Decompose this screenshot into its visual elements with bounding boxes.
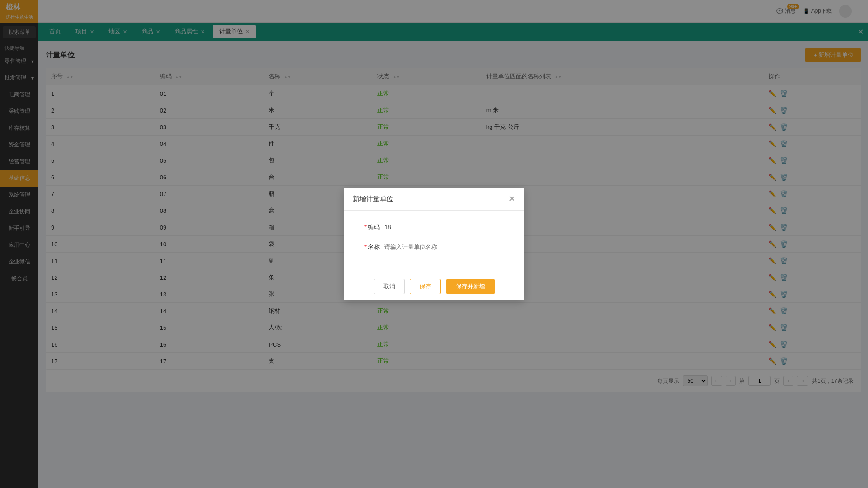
modal-close-button[interactable]: ✕	[509, 194, 515, 204]
add-measure-unit-modal: 新增计量单位 ✕ 编码 名称 取消 保存 保存并新增	[344, 188, 524, 300]
name-field-row: 名称	[357, 241, 511, 253]
save-button[interactable]: 保存	[410, 279, 441, 294]
modal-body: 编码 名称	[344, 211, 524, 272]
save-and-new-button[interactable]: 保存并新增	[446, 279, 495, 294]
name-label: 名称	[357, 243, 380, 251]
name-input[interactable]	[384, 241, 511, 253]
modal-header: 新增计量单位 ✕	[344, 188, 524, 211]
modal-title: 新增计量单位	[353, 195, 393, 203]
code-label: 编码	[357, 223, 380, 231]
code-input[interactable]	[384, 221, 511, 233]
cancel-button[interactable]: 取消	[374, 279, 405, 294]
modal-overlay: 新增计量单位 ✕ 编码 名称 取消 保存 保存并新增	[0, 0, 868, 488]
modal-footer: 取消 保存 保存并新增	[344, 272, 524, 300]
code-field-row: 编码	[357, 221, 511, 233]
